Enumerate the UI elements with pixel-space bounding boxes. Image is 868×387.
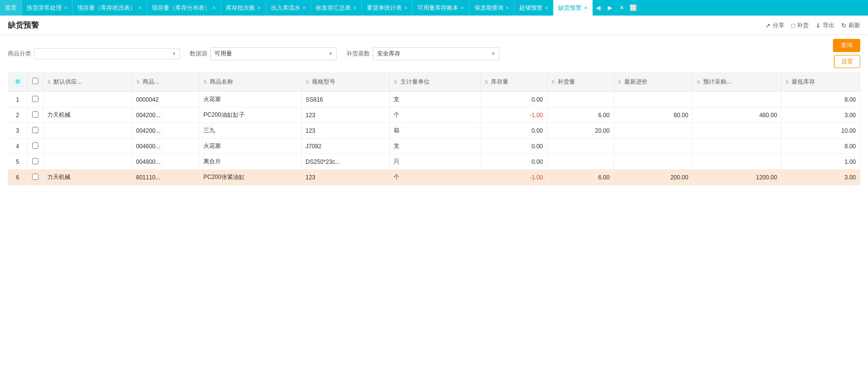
col-latest-price[interactable]: ⇅ 最新进价 [614, 72, 692, 92]
col-spec[interactable]: ⇅ 规格型号 [302, 72, 390, 92]
row-min-stock: 1.00 [781, 154, 860, 170]
replenish-icon: □ [791, 22, 795, 29]
col-unit[interactable]: ⇅ 主计量单位 [390, 72, 481, 92]
tab-close-5[interactable]: × [303, 5, 306, 11]
row-product-name: PC200张紧油缸 [199, 170, 301, 185]
row-replenish [547, 154, 614, 170]
col-min-stock[interactable]: ⇅ 最低库存 [781, 72, 860, 92]
tab-close-2[interactable]: × [138, 5, 141, 11]
row-stock: 0.00 [480, 154, 547, 170]
row-estimated-purchase: 480.00 [692, 107, 781, 123]
category-arrow-icon: ▾ [173, 51, 176, 57]
tab-close-9[interactable]: × [506, 5, 509, 11]
tab-close-11[interactable]: × [584, 5, 587, 11]
row-checkbox[interactable] [32, 142, 38, 149]
col-product-name[interactable]: ⇅ 商品名称 [199, 72, 301, 92]
tab-现存量库存分布表[interactable]: 现存量（库存分布表） × [147, 0, 221, 16]
tab-要货单统计表[interactable]: 要货单统计表 × [362, 0, 413, 16]
row-checkbox-cell [28, 139, 43, 154]
tab-bar: 首页 拣货异常处理 × 现存量（库存状况表） × 现存量（库存分布表） × 库存… [0, 0, 868, 16]
table-row: 2 力天机械 004200... PC200油缸缸子 123 个 -1.00 6… [8, 107, 860, 123]
col-estimated-purchase[interactable]: ⇅ 预计采购... [692, 72, 781, 92]
replenish-btn[interactable]: □ 补货 [791, 21, 809, 30]
tab-拣货异常处理[interactable]: 拣货异常处理 × [22, 0, 72, 16]
tab-close-8[interactable]: × [461, 5, 464, 11]
row-min-stock: 8.00 [781, 139, 860, 154]
header-actions: ➚ 分享 □ 补货 ⇓ 导出 ↻ 刷新 [765, 21, 860, 30]
row-checkbox-cell [28, 123, 43, 139]
select-all-checkbox[interactable] [32, 78, 38, 84]
row-stock: -1.00 [480, 107, 547, 123]
tab-可用量库存账本[interactable]: 可用量库存账本 × [413, 0, 469, 16]
row-checkbox[interactable] [32, 174, 38, 180]
col-sort-icon4: ⇅ [306, 80, 309, 85]
row-checkbox[interactable] [32, 111, 38, 118]
replenish-base-arrow-icon: ▾ [492, 51, 495, 57]
tab-close-10[interactable]: × [545, 5, 548, 11]
data-table: ⚙ ⇅ 默认供应... ⇅ 商品... ⇅ 商品名称 [8, 72, 860, 185]
tab-close-拣货异常处理[interactable]: × [64, 5, 67, 11]
tab-超储预警[interactable]: 超储预警 × [514, 0, 553, 16]
export-btn[interactable]: ⇓ 导出 [815, 21, 834, 30]
col-sort-icon8: ⇅ [618, 80, 622, 85]
col-gear: ⚙ [8, 72, 28, 92]
tab-首页[interactable]: 首页 [0, 0, 22, 16]
tab-prev-btn[interactable]: ◀ [593, 0, 604, 16]
tab-缺货预警[interactable]: 缺货预警 × [553, 0, 592, 16]
col-replenish[interactable]: ⇅ 补货量 [547, 72, 614, 92]
col-product-code[interactable]: ⇅ 商品... [132, 72, 199, 92]
row-product-code: 004200... [132, 107, 199, 123]
row-supplier [43, 92, 132, 107]
row-min-stock: 10.00 [781, 123, 860, 139]
data-source-select[interactable]: 可用量 ▾ [210, 47, 337, 60]
row-checkbox[interactable] [32, 158, 38, 164]
table-row: 5 004800... 离合片 DS250*23c... 只 0.00 1.00 [8, 154, 860, 170]
row-checkbox[interactable] [32, 96, 38, 102]
table-container: ⚙ ⇅ 默认供应... ⇅ 商品... ⇅ 商品名称 [0, 72, 868, 185]
refresh-btn[interactable]: ↻ 刷新 [841, 21, 860, 30]
tab-库存批次账[interactable]: 库存批次账 × [221, 0, 266, 16]
tab-保质期查询[interactable]: 保质期查询 × [470, 0, 514, 16]
row-latest-price [614, 123, 692, 139]
tab-next-btn[interactable]: ▶ [604, 0, 616, 16]
row-checkbox[interactable] [32, 127, 38, 133]
table-row: 6 力天机械 801110... PC200张紧油缸 123 个 -1.00 6… [8, 170, 860, 185]
category-filter-group: 商品分类 ▾ [8, 48, 180, 59]
category-label: 商品分类 [8, 50, 31, 58]
replenish-base-value: 安全库存 [377, 50, 400, 58]
data-source-label: 数据源 [190, 50, 207, 58]
row-supplier [43, 139, 132, 154]
tab-出入库流水[interactable]: 出入库流水 × [266, 0, 311, 16]
row-index: 1 [8, 92, 28, 107]
row-unit: 支 [390, 92, 481, 107]
row-product-code: 004200... [132, 123, 199, 139]
replenish-base-select[interactable]: 安全库存 ▾ [373, 47, 499, 60]
col-sort-icon7: ⇅ [551, 80, 555, 85]
query-button[interactable]: 查询 [833, 39, 860, 52]
row-index: 2 [8, 107, 28, 123]
data-source-value: 可用量 [215, 50, 232, 58]
tab-close-3[interactable]: × [213, 5, 216, 11]
row-product-name: PC200油缸缸子 [199, 107, 301, 123]
tab-close-all-btn[interactable]: ✕ [616, 0, 628, 16]
row-spec: 123 [302, 107, 390, 123]
col-default-supplier[interactable]: ⇅ 默认供应... [43, 72, 132, 92]
col-sort-icon10: ⇅ [785, 80, 789, 85]
data-source-filter-group: 数据源 可用量 ▾ [190, 47, 337, 60]
share-icon: ➚ [765, 22, 771, 29]
settings-button[interactable]: 设置 [834, 55, 860, 68]
gear-settings-btn[interactable]: ⚙ [12, 76, 23, 88]
tab-收发存汇总表[interactable]: 收发存汇总表 × [311, 0, 362, 16]
tab-close-7[interactable]: × [404, 5, 407, 11]
tab-close-4[interactable]: × [257, 5, 260, 11]
col-stock[interactable]: ⇅ 库存量 [480, 72, 547, 92]
row-supplier [43, 154, 132, 170]
row-product-code: 004600... [132, 139, 199, 154]
tab-maximize-btn[interactable]: ⬜ [628, 0, 639, 16]
category-select[interactable]: ▾ [34, 48, 180, 59]
tab-close-6[interactable]: × [353, 5, 356, 11]
row-min-stock: 3.00 [781, 170, 860, 185]
tab-现存量库存状况表[interactable]: 现存量（库存状况表） × [72, 0, 146, 16]
row-estimated-purchase [692, 123, 781, 139]
share-btn[interactable]: ➚ 分享 [765, 21, 784, 30]
